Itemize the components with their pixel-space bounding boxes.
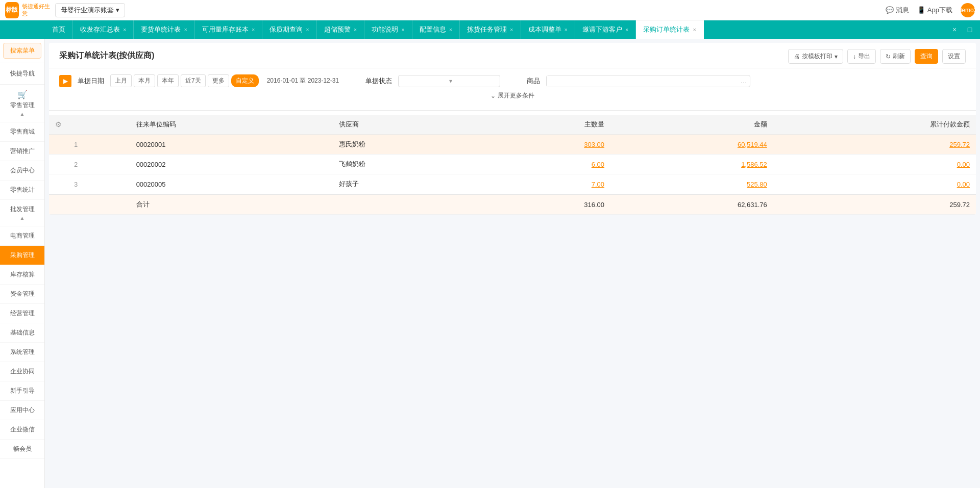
row-supplier: 好孩子 [333,174,484,195]
user-avatar[interactable]: demo2 [961,3,975,17]
query-button[interactable]: 查询 [915,49,938,64]
row-paid[interactable]: 0.00 [773,174,976,195]
close-icon[interactable]: × [510,27,513,33]
close-icon[interactable]: × [252,27,255,33]
message-btn[interactable]: 💬 消息 [886,6,909,15]
sidebar-item-finance[interactable]: 资金管理 [0,285,44,304]
tab-invite-customer[interactable]: 邀请下游客户 × [575,20,636,39]
sidebar-item-app-center[interactable]: 应用中心 [0,401,44,420]
search-menu-btn[interactable]: 搜索菜单 [3,43,41,59]
tab-config-info[interactable]: 配置信息 × [412,20,460,39]
close-icon[interactable]: × [306,27,309,33]
row-seq: 3 [68,174,130,195]
col-qty: 主数量 [484,115,610,135]
row-qty[interactable]: 303.00 [484,135,610,155]
window-close-btn[interactable]: × [948,23,961,36]
col-seq [68,115,130,135]
date-label: 单据日期 [78,76,104,86]
chevron-down-icon: ▲ [20,111,25,117]
close-icon[interactable]: × [354,27,357,33]
chevron-down-icon: ▲ [20,215,25,221]
row-qty[interactable]: 6.00 [484,155,610,174]
row-code: 00020002 [130,155,333,174]
sidebar-search-area: 搜索菜单 [0,39,44,63]
expand-more-btn[interactable]: ⌄ 展开更多条件 [484,89,541,102]
date-btn-last-7-days[interactable]: 近7天 [181,74,206,87]
sidebar-item-member-app[interactable]: 畅会员 [0,440,44,459]
row-paid[interactable]: 259.72 [773,135,976,155]
date-btn-last-month[interactable]: 上月 [110,74,132,87]
sidebar-item-wholesale[interactable]: 批发管理 ▲ [0,200,44,226]
content-inner: 采购订单统计表(按供应商) 🖨 按模板打印 ▾ ↓ 导出 [45,43,980,215]
tab-receive-summary[interactable]: 收发存汇总表 × [73,20,134,39]
settings-button[interactable]: 设置 [942,49,966,64]
close-icon[interactable]: × [625,27,628,33]
quick-nav-btn[interactable]: 快捷导航 [0,66,44,81]
sidebar-item-enterprise-collab[interactable]: 企业协同 [0,362,44,381]
sidebar-item-retail-management[interactable]: 🛒 零售管理 ▲ [0,85,44,122]
logo-icon: 标版 [5,2,19,18]
tab-available-stock[interactable]: 可用量库存账本 × [195,20,262,39]
status-select[interactable]: ▾ [398,75,500,87]
close-icon[interactable]: × [565,27,568,33]
tab-cost-adjust[interactable]: 成本调整单 × [521,20,575,39]
close-icon[interactable]: × [401,27,404,33]
row-qty[interactable]: 7.00 [484,174,610,195]
sidebar-item-operations[interactable]: 经营管理 [0,304,44,323]
tab-function-desc[interactable]: 功能说明 × [364,20,412,39]
sidebar-item-retail-stats[interactable]: 零售统计 [0,181,44,200]
tab-overstock-alert[interactable]: 超储预警 × [317,20,364,39]
row-supplier: 飞鹤奶粉 [333,155,484,174]
row-amount[interactable]: 1,586.52 [610,155,773,174]
tab-purchase-order-stats[interactable]: 采购订单统计表 × [636,20,703,39]
workspace-selector[interactable]: 母婴行业演示账套 ▾ [55,3,125,17]
close-icon[interactable]: × [123,27,126,33]
goods-input-wrap: … [546,75,750,87]
table-row: 2 00020002 飞鹤奶粉 6.00 1,586.52 0.00 [49,155,976,174]
more-icon[interactable]: … [737,77,750,85]
window-restore-btn[interactable]: □ [964,23,976,36]
settings-icon[interactable]: ⚙ [55,120,62,129]
sidebar-item-basic-info[interactable]: 基础信息 [0,323,44,343]
tab-home[interactable]: 首页 [45,20,73,39]
footer-label: 合计 [130,194,484,215]
sidebar-item-system[interactable]: 系统管理 [0,343,44,362]
sidebar-item-wechat[interactable]: 企业微信 [0,420,44,440]
sidebar-nav-area: 快捷导航 [0,63,44,85]
window-controls: × □ [948,23,980,36]
close-icon[interactable]: × [184,27,187,33]
sidebar-item-retail-mall[interactable]: 零售商城 [0,122,44,142]
export-button[interactable]: ↓ 导出 [847,49,876,64]
chevron-down-icon: ⌄ [491,92,496,99]
sidebar-item-guide[interactable]: 新手引导 [0,381,44,401]
date-btn-this-month[interactable]: 本月 [134,74,155,87]
close-icon[interactable]: × [449,27,452,33]
app-download-btn[interactable]: 📱 App下载 [917,6,952,15]
row-paid[interactable]: 0.00 [773,155,976,174]
goods-label: 商品 [527,76,540,86]
sidebar-item-purchase[interactable]: 采购管理 [0,246,44,265]
top-right: 💬 消息 📱 App下载 demo2 [886,3,975,17]
sidebar-item-marketing[interactable]: 营销推广 [0,142,44,161]
print-button[interactable]: 🖨 按模板打印 ▾ [788,49,843,64]
filter-toggle-btn[interactable]: ▶ [59,75,71,87]
refresh-button[interactable]: ↻ 刷新 [880,49,911,64]
sidebar-item-member-center[interactable]: 会员中心 [0,161,44,181]
sidebar-item-inventory[interactable]: 库存核算 [0,265,44,285]
sidebar: 搜索菜单 快捷导航 🛒 零售管理 ▲ 零售商城 营销推广 会员中心 零售统计 批… [0,39,45,488]
date-btn-this-year[interactable]: 本年 [157,74,179,87]
row-amount[interactable]: 525.80 [610,174,773,195]
tab-pick-task[interactable]: 拣货任务管理 × [460,20,521,39]
date-btn-more[interactable]: 更多 [208,74,229,87]
footer-amount: 62,631.76 [610,194,773,215]
content-area: 采购订单统计表(按供应商) 🖨 按模板打印 ▾ ↓ 导出 [45,39,980,488]
sidebar-item-ecommerce[interactable]: 电商管理 [0,226,44,246]
row-amount[interactable]: 60,519.44 [610,135,773,155]
date-range-display: 2016-01-01 至 2023-12-31 [267,76,339,85]
tab-order-stats[interactable]: 要货单统计表 × [134,20,194,39]
tab-expiry-query[interactable]: 保质期查询 × [262,20,316,39]
logo-text: 畅捷通好生意 [22,3,50,16]
goods-input[interactable] [547,75,737,87]
close-icon[interactable]: × [693,27,696,33]
date-btn-custom[interactable]: 自定义 [231,74,259,87]
